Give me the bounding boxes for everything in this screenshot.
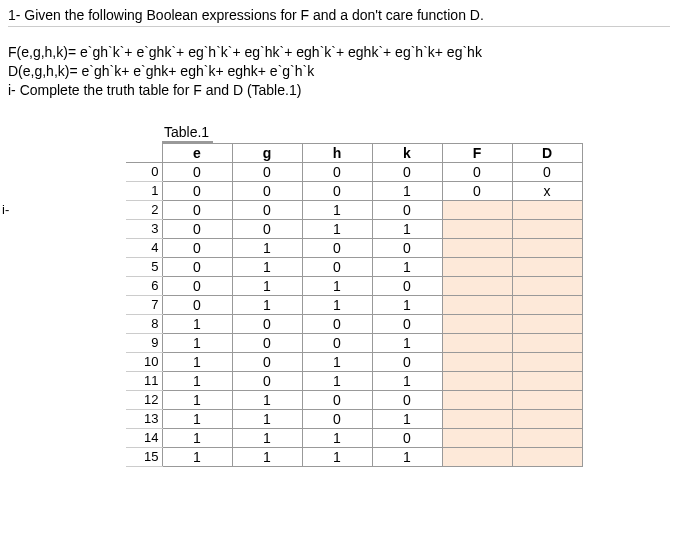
table-row: 111011 [126,371,582,390]
cell-d [512,314,582,333]
row-index: 13 [126,409,162,428]
cell-d [512,257,582,276]
table-row: 101010 [126,352,582,371]
cell-d [512,219,582,238]
cell-f [442,409,512,428]
cell-h: 1 [302,352,372,371]
cell-k: 1 [372,295,442,314]
cell-e: 0 [162,276,232,295]
row-index: 9 [126,333,162,352]
cell-f: 0 [442,162,512,181]
row-index: 15 [126,447,162,466]
cell-d [512,409,582,428]
row-label-i: i- [2,202,9,217]
cell-g: 0 [232,371,302,390]
cell-d [512,390,582,409]
row-index: 3 [126,219,162,238]
cell-g: 1 [232,409,302,428]
cell-e: 1 [162,352,232,371]
row-index: 1 [126,181,162,200]
cell-h: 1 [302,219,372,238]
row-index: 12 [126,390,162,409]
cell-f [442,238,512,257]
cell-g: 1 [232,295,302,314]
cell-d [512,371,582,390]
cell-k: 1 [372,257,442,276]
cell-f [442,352,512,371]
cell-k: 0 [372,428,442,447]
table-header-row: e g h k F D [126,143,582,162]
cell-h: 0 [302,257,372,276]
cell-k: 0 [372,162,442,181]
cell-f [442,219,512,238]
table-row: 0000000 [126,162,582,181]
row-index: 2 [126,200,162,219]
cell-e: 1 [162,390,232,409]
cell-e: 1 [162,428,232,447]
table-row: 60110 [126,276,582,295]
cell-h: 0 [302,333,372,352]
cell-h: 0 [302,162,372,181]
f-expression: F(e,g,h,k)= e`gh`k`+ e`ghk`+ eg`h`k`+ eg… [8,43,670,62]
table-row: 81000 [126,314,582,333]
header-g: g [232,143,302,162]
cell-k: 1 [372,181,442,200]
table-caption: Table.1 [162,124,213,143]
table-row: 100010x [126,181,582,200]
cell-h: 1 [302,295,372,314]
d-expression: D(e,g,h,k)= e`gh`k+ e`ghk+ egh`k+ eghk+ … [8,62,670,81]
cell-e: 1 [162,447,232,466]
cell-e: 0 [162,257,232,276]
cell-h: 1 [302,447,372,466]
table-row: 40100 [126,238,582,257]
cell-d [512,200,582,219]
cell-g: 0 [232,333,302,352]
row-index: 6 [126,276,162,295]
cell-d [512,295,582,314]
cell-g: 0 [232,181,302,200]
cell-k: 0 [372,352,442,371]
row-index: 5 [126,257,162,276]
cell-k: 1 [372,371,442,390]
cell-e: 0 [162,200,232,219]
cell-e: 0 [162,238,232,257]
cell-h: 1 [302,371,372,390]
cell-d: x [512,181,582,200]
cell-e: 0 [162,162,232,181]
cell-g: 1 [232,238,302,257]
cell-e: 0 [162,181,232,200]
cell-f [442,200,512,219]
table-row: 20010 [126,200,582,219]
table-row: 91001 [126,333,582,352]
cell-h: 0 [302,238,372,257]
row-index: 14 [126,428,162,447]
table-row: 141110 [126,428,582,447]
cell-d [512,447,582,466]
cell-f: 0 [442,181,512,200]
table-row: 121100 [126,390,582,409]
truth-table: e g h k F D 0000000100010x20010300114010… [126,143,583,467]
cell-k: 0 [372,238,442,257]
cell-d [512,352,582,371]
cell-g: 1 [232,428,302,447]
cell-k: 1 [372,333,442,352]
cell-f [442,276,512,295]
row-index: 10 [126,352,162,371]
cell-k: 0 [372,200,442,219]
header-h: h [302,143,372,162]
cell-d [512,428,582,447]
cell-e: 0 [162,295,232,314]
cell-e: 0 [162,219,232,238]
cell-h: 0 [302,181,372,200]
cell-h: 0 [302,390,372,409]
row-index: 0 [126,162,162,181]
cell-k: 0 [372,314,442,333]
cell-e: 1 [162,371,232,390]
cell-k: 0 [372,276,442,295]
cell-g: 0 [232,200,302,219]
table-row: 70111 [126,295,582,314]
problem-statement: 1- Given the following Boolean expressio… [8,6,670,100]
cell-e: 1 [162,409,232,428]
header-e: e [162,143,232,162]
cell-d: 0 [512,162,582,181]
